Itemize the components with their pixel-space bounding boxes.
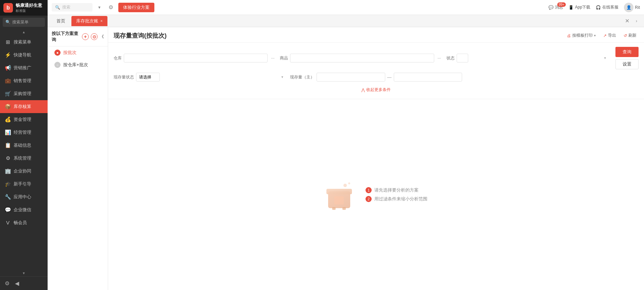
nav-icon-0: ⊞ bbox=[5, 39, 11, 45]
app-title: 畅康通好生意 标准版 bbox=[16, 3, 42, 13]
sidebar-header: b 畅康通好生意 标准版 bbox=[0, 0, 48, 16]
page-right-arrow[interactable]: › bbox=[633, 16, 640, 26]
panel-item-batch[interactable]: ● 按批次 bbox=[48, 47, 108, 59]
headset-icon: 🎧 bbox=[596, 5, 601, 10]
stock-amount-label: 现存量（主） bbox=[290, 74, 315, 80]
message-button[interactable]: 💬 消息 99+ bbox=[548, 4, 563, 10]
sidebar-item-企业微信[interactable]: 💬企业微信 bbox=[0, 203, 48, 216]
avatar: 👤 bbox=[624, 3, 633, 12]
empty-visual: 1 请先选择要分析的方案 2 用过滤条件来缩小分析范围 bbox=[325, 179, 427, 210]
right-content: 现存量查询(按批次) 🖨 按模板打印 ▾ ↗ 导出 ↺ 刷新 bbox=[108, 27, 644, 290]
panel-add-button[interactable]: + bbox=[82, 33, 89, 40]
nav-icon-12: 🔧 bbox=[5, 194, 11, 200]
nav-icon-9: ⚙ bbox=[5, 155, 11, 161]
status-label: 状态 bbox=[446, 55, 455, 61]
sidebar-nav-area: ⊞搜索菜单⚡快捷导航📢营销推广💼销售管理🛒采购管理📦库存核算💰资金管理📊经营管理… bbox=[0, 36, 48, 270]
print-dropdown-icon[interactable]: ▾ bbox=[594, 34, 596, 37]
sidebar-item-营销推广[interactable]: 📢营销推广 bbox=[0, 61, 48, 74]
sidebar-item-销售管理[interactable]: 💼销售管理 bbox=[0, 74, 48, 87]
empty-hint-1: 1 请先选择要分析的方案 bbox=[366, 187, 427, 193]
sidebar-item-畅会员[interactable]: V畅会员 bbox=[0, 216, 48, 229]
sidebar-item-库存核算[interactable]: 📦库存核算 bbox=[0, 100, 48, 113]
topbar-settings[interactable]: ⚙ bbox=[106, 3, 116, 12]
stock-status-select[interactable]: 请选择 bbox=[136, 73, 160, 81]
empty-hints: 1 请先选择要分析的方案 2 用过滤条件来缩小分析范围 bbox=[366, 187, 427, 202]
collapse-icon[interactable]: ◀ bbox=[15, 280, 19, 287]
panel-header-actions: + ⊙ 《 bbox=[82, 33, 104, 40]
sidebar-item-系统管理[interactable]: ⚙系统管理 bbox=[0, 152, 48, 165]
nav-icon-1: ⚡ bbox=[5, 52, 11, 58]
settings-button[interactable]: 设置 bbox=[615, 59, 639, 69]
warehouse-input[interactable] bbox=[124, 54, 268, 62]
stock-amount-range: — bbox=[317, 73, 462, 81]
sidebar-item-快捷导航[interactable]: ⚡快捷导航 bbox=[0, 49, 48, 61]
collapse-conditions-button[interactable]: ⋀ 收起更多条件 bbox=[114, 85, 639, 95]
query-button[interactable]: 查询 bbox=[615, 47, 639, 57]
nav-icon-13: 💬 bbox=[5, 207, 11, 213]
panel-settings-button[interactable]: ⊙ bbox=[91, 33, 98, 40]
user-icon: 👤 bbox=[626, 5, 631, 10]
status-select-wrapper bbox=[457, 54, 609, 62]
topbar-search[interactable]: 🔍 搜索 bbox=[52, 3, 92, 12]
settings-icon[interactable]: ⚙ bbox=[5, 280, 10, 287]
topbar-dropdown[interactable]: ▾ bbox=[95, 3, 103, 12]
sidebar-item-企业协同[interactable]: 🏢企业协同 bbox=[0, 165, 48, 178]
stock-amount-from[interactable] bbox=[317, 73, 385, 81]
user-avatar[interactable]: 👤 Rit bbox=[624, 3, 640, 12]
product-more-button[interactable]: ··· bbox=[436, 56, 442, 60]
nav-icon-7: 📊 bbox=[5, 129, 11, 135]
empty-illustration bbox=[325, 179, 355, 210]
print-button[interactable]: 🖨 按模板打印 ▾ bbox=[565, 31, 598, 40]
stock-amount-to[interactable] bbox=[394, 73, 462, 81]
app-download-button[interactable]: 📱 App下载 bbox=[569, 4, 590, 10]
sidebar-item-搜索菜单[interactable]: ⊞搜索菜单 bbox=[0, 36, 48, 49]
tab-close-button[interactable]: × bbox=[100, 19, 103, 23]
sidebar-scroll-down[interactable]: ▼ bbox=[0, 270, 48, 276]
nav-icon-10: 🏢 bbox=[5, 168, 11, 174]
online-service-button[interactable]: 🎧 在线客服 bbox=[596, 4, 618, 10]
nav-icon-6: 💰 bbox=[5, 116, 11, 123]
tab-inventory-batch[interactable]: 库存批次账 × bbox=[71, 16, 107, 26]
product-input[interactable] bbox=[290, 54, 434, 62]
empty-hint-2: 2 用过滤条件来缩小分析范围 bbox=[366, 196, 427, 202]
filter-stock-amount: 现存量（主） — bbox=[290, 73, 462, 81]
status-select[interactable] bbox=[457, 54, 468, 62]
panel-header: 按以下方案查询 + ⊙ 《 bbox=[48, 27, 108, 47]
svg-point-5 bbox=[343, 184, 347, 187]
filter-actions: 查询 设置 bbox=[615, 47, 639, 69]
hint-number-2: 2 bbox=[366, 196, 372, 202]
warehouse-more-button[interactable]: ··· bbox=[270, 56, 276, 60]
topbar: 🔍 搜索 ▾ ⚙ 体验行业方案 💬 消息 99+ 📱 App下载 🎧 在线客服 … bbox=[48, 0, 644, 15]
page-title-bar: 现存量查询(按批次) 🖨 按模板打印 ▾ ↗ 导出 ↺ 刷新 bbox=[108, 27, 644, 43]
svg-rect-3 bbox=[332, 207, 336, 210]
sidebar-nav: ⊞搜索菜单⚡快捷导航📢营销推广💼销售管理🛒采购管理📦库存核算💰资金管理📊经营管理… bbox=[0, 36, 48, 229]
sidebar-item-采购管理[interactable]: 🛒采购管理 bbox=[0, 87, 48, 100]
export-button[interactable]: ↗ 导出 bbox=[601, 31, 618, 40]
refresh-button[interactable]: ↺ 刷新 bbox=[622, 31, 639, 40]
topbar-right: 💬 消息 99+ 📱 App下载 🎧 在线客服 👤 Rit bbox=[548, 3, 640, 12]
sidebar-item-资金管理[interactable]: 💰资金管理 bbox=[0, 113, 48, 126]
stock-status-select-wrapper: 请选择 bbox=[136, 73, 286, 81]
content-area: 按以下方案查询 + ⊙ 《 ● 按批次 ○ 按仓库+批次 现存量查询(按批次) bbox=[48, 27, 644, 290]
refresh-icon: ↺ bbox=[624, 33, 627, 38]
sidebar-search[interactable]: 🔍 搜索菜单 bbox=[3, 18, 45, 27]
export-icon: ↗ bbox=[603, 33, 607, 38]
sidebar-item-经营管理[interactable]: 📊经营管理 bbox=[0, 126, 48, 139]
print-icon: 🖨 bbox=[567, 33, 571, 38]
search-icon: 🔍 bbox=[5, 20, 11, 24]
tab-home[interactable]: 首页 bbox=[52, 16, 70, 26]
page-close-button[interactable]: ✕ bbox=[622, 16, 632, 26]
panel-item-warehouse-batch[interactable]: ○ 按仓库+批次 bbox=[48, 59, 108, 71]
sidebar-item-应用中心[interactable]: 🔧应用中心 bbox=[0, 191, 48, 203]
svg-rect-2 bbox=[334, 196, 344, 204]
panel-collapse-button[interactable]: 《 bbox=[100, 34, 104, 40]
experience-button[interactable]: 体验行业方案 bbox=[118, 3, 154, 12]
warehouse-label: 仓库 bbox=[114, 55, 122, 61]
sidebar-scroll-up[interactable]: ▲ bbox=[0, 29, 48, 36]
sidebar-item-新手引导[interactable]: 🎓新手引导 bbox=[0, 178, 48, 191]
collapse-icon: ⋀ bbox=[361, 88, 365, 92]
svg-rect-4 bbox=[342, 207, 346, 210]
filter-row-2: 现存量状态 请选择 现存量（主） — bbox=[114, 73, 639, 81]
sidebar-item-基础信息[interactable]: 📋基础信息 bbox=[0, 139, 48, 152]
filter-row-1: 仓库 ··· 商品 ··· 状态 bbox=[114, 47, 639, 69]
